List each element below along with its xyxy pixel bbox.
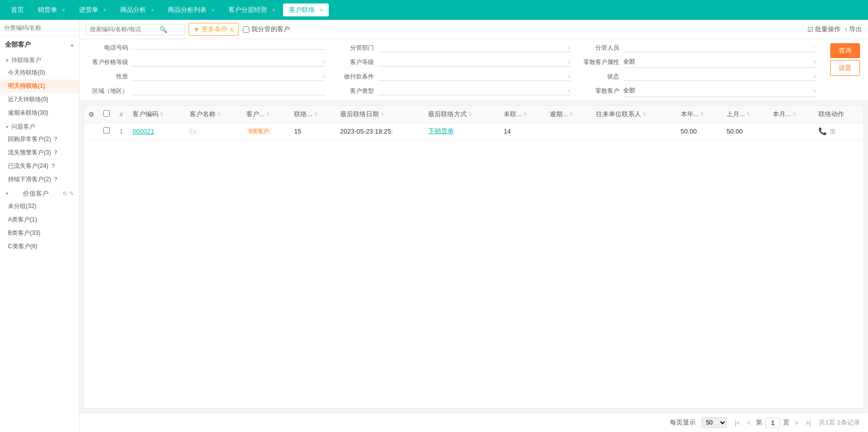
row-num: 1 (114, 123, 129, 140)
th-uncontacted[interactable]: 未联...⇅ (500, 106, 546, 123)
th-this-month[interactable]: 本月...⇅ (769, 106, 815, 123)
sidebar-item-abnormal-repurchase[interactable]: 回购异常客户(2) ？ (0, 133, 79, 146)
page-number-input[interactable] (765, 418, 780, 428)
nav-product-analysis[interactable]: 商品分析 × (114, 3, 160, 16)
more-conditions-label: 更多条件 (202, 25, 227, 34)
th-last-month[interactable]: 上月...⇅ (723, 106, 769, 123)
close-icon[interactable]: × (320, 7, 323, 13)
filter-field-manager: 分管人员 ··· (579, 43, 816, 52)
retail-customer-input[interactable]: 全部∨ (623, 85, 816, 97)
retail-attr-input[interactable]: 全部∨ (623, 56, 816, 68)
dept-input[interactable]: ∨ (378, 43, 571, 52)
nav-customer-segmentation[interactable]: 客户分层经营 × (222, 3, 281, 16)
value-group-icons[interactable]: ↻ ✎ (63, 190, 74, 197)
th-contact-person[interactable]: 往来单位联系人⇅ (592, 106, 677, 123)
main-layout: 🔍 全部客户 « 待联络客户 今天待联络(0) 明天待联络(1) 近7天待联络(… (0, 20, 868, 432)
th-action: 联络动作 (814, 106, 864, 123)
th-settings[interactable]: ⚙ (84, 106, 99, 123)
select-all-checkbox[interactable] (103, 110, 110, 117)
sidebar-item-class-c[interactable]: C类客户(6) (0, 240, 79, 253)
phone-input[interactable] (132, 46, 325, 50)
sidebar-item-class-a[interactable]: A类客户(1) (0, 213, 79, 226)
last-page-btn[interactable]: >| (803, 418, 813, 428)
my-customers-checkbox[interactable] (243, 26, 249, 33)
sidebar-all-customers[interactable]: 全部客户 « (0, 36, 79, 53)
export-label: 导出 (849, 25, 862, 34)
more-conditions-btn[interactable]: ▼ 更多条件 ∧ (189, 23, 239, 36)
export-btn[interactable]: ↑ 导出 (845, 25, 863, 34)
sort-icon: ⇅ (700, 112, 704, 117)
contact-method-link[interactable]: 下销货单 (428, 127, 454, 135)
th-customer-name[interactable]: 客户名称⇅ (186, 106, 243, 123)
search-icon[interactable]: 🔍 (159, 26, 167, 33)
checkbox-icon: ☑ (807, 26, 813, 33)
sidebar: 🔍 全部客户 « 待联络客户 今天待联络(0) 明天待联络(1) 近7天待联络(… (0, 20, 79, 432)
nav-customer-contact[interactable]: 客户联络 × (283, 3, 329, 16)
th-customer-code[interactable]: 客户编码⇅ (129, 106, 186, 123)
sidebar-item-overdue[interactable]: 逾期未联络(30) (0, 106, 79, 120)
page-label: 第 (756, 418, 762, 427)
row-method[interactable]: 下销货单 (424, 123, 500, 140)
sidebar-item-today[interactable]: 今天待联络(0) (0, 66, 79, 79)
phone-action-icon[interactable]: 📞 (818, 127, 827, 135)
row-type: B类客户 (242, 123, 290, 140)
manager-input[interactable]: ··· (623, 43, 816, 52)
per-page-select[interactable]: 50 100 200 (702, 417, 727, 428)
sidebar-item-ungrouped[interactable]: 未分组(32) (0, 200, 79, 213)
next-page-btn[interactable]: > (793, 418, 800, 428)
filter-icon: ▼ (193, 26, 200, 33)
row-code[interactable]: 000021 (129, 123, 186, 140)
nav-home[interactable]: 首页 (5, 3, 30, 16)
th-last-contact-date[interactable]: 最后联络日期⇅ (336, 106, 424, 123)
sidebar-item-class-b[interactable]: B类客户(33) (0, 226, 79, 240)
nav-sales-order[interactable]: 销货单 × (32, 3, 71, 16)
filter-field-price-level: 客户价格等级 ∨ (87, 58, 325, 67)
first-page-btn[interactable]: |< (733, 418, 742, 428)
th-checkbox[interactable] (99, 106, 114, 123)
payment-input[interactable]: ∨ (378, 72, 571, 81)
sidebar-item-declining[interactable]: 持续下滑客户(2) ？ (0, 173, 79, 186)
sidebar-item-7days[interactable]: 近7天待联络(0) (0, 93, 79, 106)
status-input[interactable]: ∨ (623, 72, 816, 81)
sidebar-item-churned[interactable]: 已流失客户(24) ？ (0, 159, 79, 173)
close-icon[interactable]: × (272, 7, 275, 13)
filter-field-nature: 性质 ∨ (87, 72, 325, 81)
query-button[interactable]: 查询 (830, 43, 860, 58)
th-this-year[interactable]: 本年...⇅ (677, 106, 723, 123)
grid-action-icon[interactable]: ⊞ (830, 127, 836, 135)
prev-page-btn[interactable]: < (745, 418, 753, 428)
sidebar-item-tomorrow[interactable]: 明天待联络(1) (0, 79, 79, 93)
nav-purchase-order[interactable]: 进货单 × (73, 3, 112, 16)
sidebar-group-value: 价值客户 ↻ ✎ (0, 186, 79, 200)
customer-level-input[interactable]: ∨ (378, 58, 571, 67)
region-label: 区域（地区） (87, 87, 132, 95)
batch-operation-label: 批量操作 (815, 25, 841, 34)
customer-type-input[interactable]: ∨ (378, 86, 571, 95)
sidebar-search-input[interactable] (4, 24, 78, 31)
region-input[interactable]: ··· (132, 86, 325, 95)
nav-product-analysis-list[interactable]: 商品分析列表 × (162, 3, 220, 16)
close-icon[interactable]: × (151, 7, 154, 13)
th-last-contact-method[interactable]: 最后联络方式⇅ (424, 106, 500, 123)
th-contact-count[interactable]: 联络...⇅ (290, 106, 336, 123)
collapse-icon[interactable]: « (71, 41, 74, 49)
export-icon: ↑ (845, 26, 848, 33)
nature-input[interactable]: ∨ (132, 72, 325, 81)
chevron-down-icon: ∨ (322, 73, 325, 79)
row-checkbox[interactable] (103, 127, 110, 134)
setting-button[interactable]: 设置 (830, 60, 860, 76)
filter-search-input[interactable] (90, 26, 159, 33)
customer-name-text: Ea (190, 128, 197, 135)
price-level-input[interactable]: ∨ (132, 58, 325, 67)
close-icon[interactable]: × (62, 7, 65, 13)
row-name[interactable]: Ea (186, 123, 243, 140)
customer-code-link[interactable]: 000021 (133, 128, 154, 135)
sidebar-item-churn-warning[interactable]: 流失预警客户(3) ？ (0, 146, 79, 159)
customer-type-tag: B类客户 (246, 128, 271, 135)
per-page-label: 每页显示 (670, 418, 696, 427)
th-customer-type[interactable]: 客户...⇅ (242, 106, 290, 123)
close-icon[interactable]: × (103, 7, 106, 13)
close-icon[interactable]: × (212, 7, 215, 13)
th-overdue[interactable]: 逾期...⇅ (546, 106, 592, 123)
batch-operation-btn[interactable]: ☑ 批量操作 (807, 25, 841, 34)
